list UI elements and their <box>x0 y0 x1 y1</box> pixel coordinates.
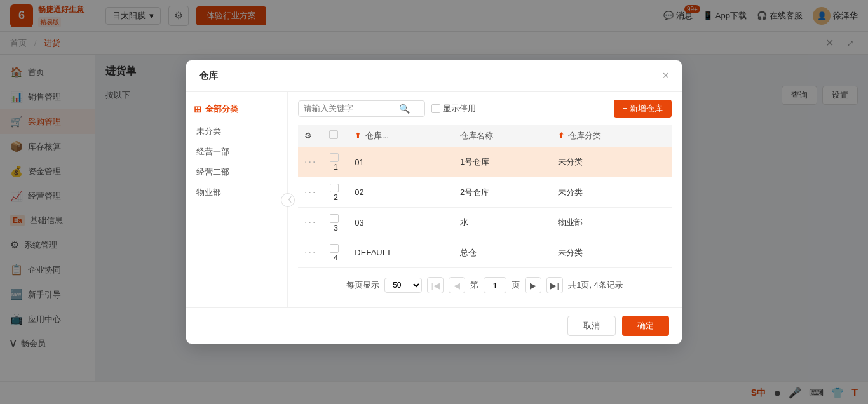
row-settings[interactable]: ··· <box>298 177 323 208</box>
warehouse-category-cell: 未分类 <box>552 147 672 177</box>
row-settings[interactable]: ··· <box>298 208 323 238</box>
page-number-input[interactable] <box>484 277 506 293</box>
search-box: 🔍 <box>298 100 425 117</box>
show-disabled-checkbox[interactable] <box>431 104 440 113</box>
row-checkbox[interactable] <box>330 244 339 253</box>
table-container: ⚙ ⬆ 仓库... 仓库名称 <box>298 125 672 268</box>
show-disabled-label[interactable]: 显示停用 <box>431 103 476 114</box>
next-page-button[interactable]: ▶ <box>525 277 541 293</box>
modal-title: 仓库 <box>199 70 218 82</box>
table-row[interactable]: ··· 3 03 水 物业部 <box>298 208 672 238</box>
row-checkbox[interactable] <box>330 184 339 192</box>
modal-sidebar-item-ops1[interactable]: 经营一部 <box>186 142 287 162</box>
row-settings[interactable]: ··· <box>298 147 323 177</box>
dots-menu-icon[interactable]: ··· <box>304 247 316 258</box>
row-num: 2 <box>323 177 348 208</box>
modal-close-button[interactable]: × <box>662 69 669 83</box>
modal-toolbar: 🔍 显示停用 + 新增仓库 <box>298 100 672 118</box>
warehouse-code-header[interactable]: ⬆ 仓库... <box>348 125 454 147</box>
warehouse-category-cell: 未分类 <box>552 238 672 268</box>
modal-body: ⊞ 全部分类 《 未分类 经营一部 经营二部 物业部 🔍 <box>186 92 682 307</box>
warehouse-name-cell: 水 <box>454 208 552 238</box>
last-page-button[interactable]: ▶| <box>546 277 563 293</box>
grid-icon: ⊞ <box>194 104 201 114</box>
dots-menu-icon[interactable]: ··· <box>304 187 316 198</box>
sort-icon-cat: ⬆ <box>558 131 565 140</box>
table-head: ⚙ ⬆ 仓库... 仓库名称 <box>298 125 672 147</box>
modal-header: 仓库 × <box>186 60 682 92</box>
row-num: 4 <box>323 238 348 268</box>
warehouse-code-cell: DEFAULT <box>348 238 454 268</box>
warehouse-name-header[interactable]: 仓库名称 <box>454 125 552 147</box>
per-page-label: 每页显示 <box>346 279 379 291</box>
confirm-button[interactable]: 确定 <box>622 316 669 336</box>
prev-page-button[interactable]: ◀ <box>449 277 465 293</box>
settings-col-header: ⚙ <box>298 125 323 147</box>
warehouse-category-cell: 物业部 <box>552 208 672 238</box>
per-page-select[interactable]: 50 100 200 <box>384 278 422 293</box>
pagination-row: 每页显示 50 100 200 |◀ ◀ 第 页 ▶ ▶| 共1页, 4条记录 <box>298 271 672 300</box>
warehouse-code-cell: 02 <box>348 177 454 208</box>
modal-sidebar-header[interactable]: ⊞ 全部分类 <box>186 100 287 121</box>
row-num: 3 <box>323 208 348 238</box>
warehouse-code-cell: 03 <box>348 208 454 238</box>
total-info: 共1页, 4条记录 <box>568 279 623 291</box>
select-all-checkbox[interactable] <box>329 130 338 139</box>
warehouse-category-header[interactable]: ⬆ 仓库分类 <box>552 125 672 147</box>
row-num: 1 <box>323 147 348 177</box>
search-icon[interactable]: 🔍 <box>399 104 410 114</box>
modal-sidebar-title: 全部分类 <box>205 104 238 115</box>
warehouse-code-cell: 01 <box>348 147 454 177</box>
modal-sidebar-item-ops2[interactable]: 经营二部 <box>186 162 287 182</box>
table-row[interactable]: ··· 4 DEFAULT 总仓 未分类 <box>298 238 672 268</box>
warehouse-name-cell: 2号仓库 <box>454 177 552 208</box>
page-suffix: 页 <box>512 279 520 291</box>
modal-sidebar-item-uncategorized[interactable]: 未分类 <box>186 121 287 142</box>
modal-footer: 取消 确定 <box>186 307 682 344</box>
warehouse-modal: 仓库 × ⊞ 全部分类 《 未分类 经营一部 经营二部 物业部 <box>186 60 682 344</box>
warehouse-name-cell: 总仓 <box>454 238 552 268</box>
collapse-sidebar-button[interactable]: 《 <box>281 193 295 207</box>
add-warehouse-button[interactable]: + 新增仓库 <box>614 100 672 118</box>
checkbox-col-header <box>323 125 348 147</box>
warehouse-name-cell: 1号仓库 <box>454 147 552 177</box>
warehouse-table: ⚙ ⬆ 仓库... 仓库名称 <box>298 125 672 268</box>
table-row[interactable]: ··· 2 02 2号仓库 未分类 <box>298 177 672 208</box>
settings-header-icon[interactable]: ⚙ <box>304 131 312 140</box>
modal-sidebar-item-property[interactable]: 物业部 <box>186 182 287 203</box>
row-checkbox[interactable] <box>330 214 339 223</box>
row-settings[interactable]: ··· <box>298 238 323 268</box>
cancel-button[interactable]: 取消 <box>567 316 616 336</box>
page-label: 第 <box>470 279 478 291</box>
row-checkbox[interactable] <box>330 153 339 162</box>
table-body: ··· 1 01 1号仓库 未分类 ··· 2 02 2号仓库 未分类 ··· … <box>298 147 672 267</box>
first-page-button[interactable]: |◀ <box>427 277 444 293</box>
table-header-row: ⚙ ⬆ 仓库... 仓库名称 <box>298 125 672 147</box>
modal-main: 🔍 显示停用 + 新增仓库 ⚙ <box>288 92 682 307</box>
warehouse-category-cell: 未分类 <box>552 177 672 208</box>
sort-icon: ⬆ <box>355 131 362 140</box>
search-input[interactable] <box>304 104 399 113</box>
table-row[interactable]: ··· 1 01 1号仓库 未分类 <box>298 147 672 177</box>
modal-sidebar: ⊞ 全部分类 《 未分类 经营一部 经营二部 物业部 <box>186 92 288 307</box>
dots-menu-icon[interactable]: ··· <box>304 217 316 227</box>
dots-menu-icon[interactable]: ··· <box>304 156 316 167</box>
modal-overlay: 仓库 × ⊞ 全部分类 《 未分类 经营一部 经营二部 物业部 <box>0 0 868 404</box>
